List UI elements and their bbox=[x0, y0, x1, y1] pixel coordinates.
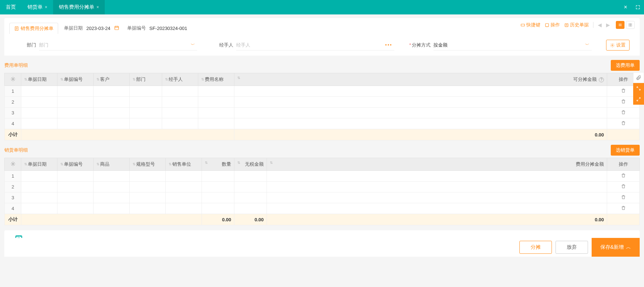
svg-rect-4 bbox=[114, 26, 118, 29]
col-unit[interactable]: ⇅销售单位 bbox=[166, 158, 202, 171]
table-row[interactable]: 4 bbox=[5, 118, 640, 129]
document-title-tab: 销售费用分摊单 bbox=[9, 23, 58, 34]
col-handler[interactable]: ⇅经手人 bbox=[162, 73, 198, 86]
tab-sales-expense-alloc[interactable]: 销售费用分摊单 × bbox=[53, 0, 105, 14]
close-icon[interactable]: × bbox=[45, 5, 47, 10]
allocate-button[interactable]: 分摊 bbox=[519, 241, 552, 254]
col-spec[interactable]: ⇅规格型号 bbox=[130, 158, 166, 171]
settings-button[interactable]: 设置 bbox=[606, 40, 630, 51]
trash-icon[interactable] bbox=[621, 110, 626, 116]
col-fee-name[interactable]: ⇅费用名称 bbox=[198, 73, 234, 86]
svg-point-20 bbox=[612, 44, 613, 45]
col-action: 操作 bbox=[607, 158, 640, 171]
tab-home[interactable]: 首页 bbox=[0, 0, 22, 14]
sales-section-title: 销货单明细 bbox=[4, 147, 28, 153]
col-fee-alloc[interactable]: ⇅费用分摊金额 bbox=[267, 158, 607, 171]
next-doc-icon[interactable]: ▶ bbox=[606, 22, 610, 28]
keyboard-icon bbox=[520, 23, 525, 27]
more-icon: ••• bbox=[385, 42, 392, 48]
trash-icon[interactable] bbox=[621, 89, 626, 94]
expense-table: ⇅单据日期 ⇅单据编号 ⇅客户 ⇅部门 ⇅经手人 ⇅费用名称 ⇅可分摊金额 ? … bbox=[4, 73, 640, 140]
table-row[interactable]: 3 bbox=[5, 108, 640, 118]
dept-select[interactable]: 部门 ﹀ bbox=[39, 40, 197, 51]
col-allocable[interactable]: ⇅可分摊金额 ? bbox=[234, 73, 607, 86]
col-no[interactable]: ⇅单据编号 bbox=[57, 73, 94, 86]
sales-table: ⇅单据日期 ⇅单据编号 ⇅商品 ⇅规格型号 ⇅销售单位 ⇅数量 ⇅无税金额 ⇅费… bbox=[4, 158, 640, 225]
shortcut-button[interactable]: 快捷键 bbox=[520, 22, 540, 28]
handler-label: 经手人 bbox=[212, 42, 233, 48]
gear-icon bbox=[610, 43, 615, 48]
chevron-up-icon: ︿ bbox=[626, 244, 631, 251]
side-rail bbox=[633, 72, 644, 105]
col-customer[interactable]: ⇅客户 bbox=[94, 73, 130, 86]
alloc-method-label: *分摊方式 bbox=[409, 42, 431, 48]
table-row[interactable]: 4 bbox=[5, 203, 640, 214]
col-qty[interactable]: ⇅数量 bbox=[202, 158, 234, 171]
history-button[interactable]: 历史单据 bbox=[564, 22, 589, 28]
expand-alt-icon[interactable] bbox=[633, 94, 644, 105]
close-icon[interactable]: × bbox=[96, 5, 99, 10]
tab-alloc-label: 销售费用分摊单 bbox=[59, 4, 94, 10]
trash-icon[interactable] bbox=[621, 195, 626, 201]
svg-rect-17 bbox=[631, 23, 632, 25]
table-row[interactable]: 1 bbox=[5, 86, 640, 97]
select-expense-button[interactable]: 选费用单 bbox=[611, 60, 640, 71]
svg-rect-8 bbox=[521, 24, 525, 26]
table-row[interactable]: 2 bbox=[5, 182, 640, 192]
svg-rect-18 bbox=[629, 25, 630, 27]
trash-icon[interactable] bbox=[621, 184, 626, 190]
document-header: 销售费用分摊单 单据日期 2023-03-24 单据编号 SF-20230324… bbox=[4, 18, 640, 56]
date-value[interactable]: 2023-03-24 bbox=[86, 26, 111, 31]
svg-point-22 bbox=[12, 163, 14, 165]
operation-icon bbox=[545, 23, 549, 27]
fullscreen-icon[interactable] bbox=[632, 0, 644, 14]
tab-sales-label: 销货单 bbox=[27, 4, 43, 10]
calendar-icon[interactable] bbox=[114, 25, 119, 31]
attachment-icon[interactable] bbox=[633, 72, 644, 83]
trash-icon[interactable] bbox=[621, 174, 626, 179]
chevron-down-icon: ﹀ bbox=[585, 42, 589, 48]
sales-subtotal-row: 小计 0.00 0.00 0.00 bbox=[5, 214, 640, 225]
footer-toolbar: 分摊 放弃 保存&新增 ︿ bbox=[4, 238, 640, 257]
sales-detail-section: 销货单明细 选销货单 ⇅单据日期 ⇅单据编号 ⇅商品 ⇅规格型号 ⇅销售单位 bbox=[4, 145, 640, 225]
table-row[interactable]: 2 bbox=[5, 97, 640, 108]
trash-icon[interactable] bbox=[621, 100, 626, 105]
alloc-method-select[interactable]: 按金额 ﹀ bbox=[433, 40, 592, 51]
tab-home-label: 首页 bbox=[6, 4, 16, 10]
expand-icon[interactable] bbox=[633, 83, 644, 94]
doc-number-value: SF-20230324-001 bbox=[150, 26, 187, 31]
col-product[interactable]: ⇅商品 bbox=[94, 158, 130, 171]
history-icon bbox=[564, 23, 569, 27]
handler-select[interactable]: 经手人 ••• bbox=[236, 40, 394, 51]
dept-label: 部门 bbox=[14, 42, 36, 48]
help-icon[interactable]: ? bbox=[599, 77, 604, 82]
table-row[interactable]: 1 bbox=[5, 171, 640, 182]
tab-sales-order[interactable]: 销货单 × bbox=[22, 0, 53, 14]
trash-icon[interactable] bbox=[621, 121, 626, 127]
col-dept[interactable]: ⇅部门 bbox=[130, 73, 162, 86]
expense-subtotal-row: 小计 0.00 bbox=[5, 129, 640, 140]
prev-doc-icon[interactable]: ◀ bbox=[598, 22, 602, 28]
col-no[interactable]: ⇅单据编号 bbox=[57, 158, 94, 171]
select-sales-button[interactable]: 选销货单 bbox=[611, 145, 640, 156]
table-settings-icon[interactable] bbox=[5, 73, 21, 86]
document-icon bbox=[14, 26, 19, 31]
date-label: 单据日期 bbox=[64, 25, 83, 31]
col-date[interactable]: ⇅单据日期 bbox=[21, 73, 57, 86]
doc-number-label: 单据编号 bbox=[127, 25, 146, 31]
trash-icon[interactable] bbox=[621, 206, 626, 212]
operate-button[interactable]: 操作 bbox=[545, 22, 560, 28]
table-row[interactable]: 3 bbox=[5, 192, 640, 203]
view-list-icon[interactable] bbox=[616, 21, 624, 29]
close-tabs-icon[interactable]: × bbox=[619, 0, 632, 14]
save-and-new-button[interactable]: 保存&新增 ︿ bbox=[592, 238, 640, 257]
col-amount[interactable]: ⇅无税金额 bbox=[234, 158, 267, 171]
view-grid-icon[interactable] bbox=[626, 21, 635, 29]
expense-detail-section: 费用单明细 选费用单 ⇅单据日期 ⇅单据编号 ⇅客户 ⇅部门 ⇅经手人 bbox=[4, 60, 640, 140]
svg-point-21 bbox=[12, 78, 14, 80]
col-date[interactable]: ⇅单据日期 bbox=[21, 158, 57, 171]
table-settings-icon[interactable] bbox=[5, 158, 21, 171]
discard-button[interactable]: 放弃 bbox=[556, 241, 588, 254]
chevron-down-icon: ﹀ bbox=[191, 42, 195, 48]
top-tab-bar: 首页 销货单 × 销售费用分摊单 × × bbox=[0, 0, 644, 14]
